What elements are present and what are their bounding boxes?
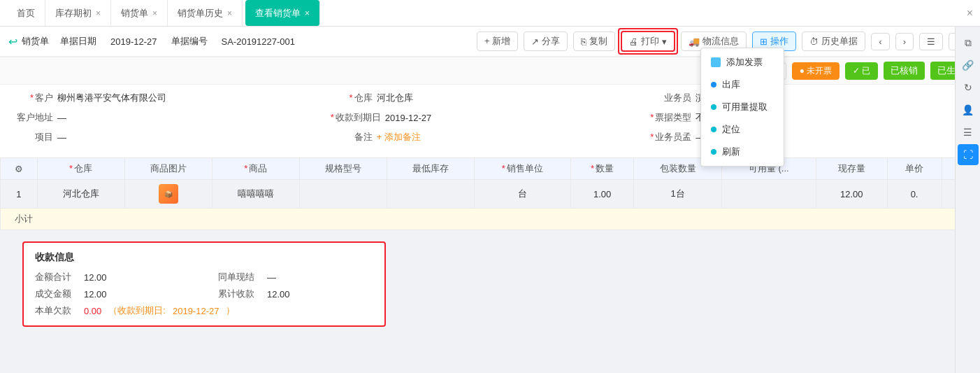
product-image: 📦 <box>159 184 178 204</box>
sidebar-user-icon[interactable]: 👤 <box>958 99 979 120</box>
refresh-icon <box>711 149 716 155</box>
cumulative-label: 累计收款 <box>218 288 260 300</box>
new-button[interactable]: + 新增 <box>477 31 518 51</box>
due-date-suffix: ） <box>226 304 235 317</box>
next-record-button[interactable]: › <box>895 33 914 50</box>
dropdown-locate[interactable]: 定位 <box>701 118 784 141</box>
close-inventory-tab[interactable]: × <box>96 8 101 18</box>
close-sales-tab[interactable]: × <box>152 8 157 18</box>
table-row: 1 河北仓库 📦 嘻嘻嘻嘻 台 1.00 1台 12.00 0. <box>1 180 980 209</box>
dropdown-available-qty[interactable]: 可用量提取 <box>701 96 784 118</box>
transaction-value: 12.00 <box>84 289 107 300</box>
locate-icon <box>711 127 716 132</box>
dropdown-outbound[interactable]: 出库 <box>701 73 784 96</box>
sidebar-list-icon[interactable]: ☰ <box>958 122 979 143</box>
staff-label: 业务员 <box>649 92 691 104</box>
dropdown-refresh[interactable]: 刷新 <box>701 141 784 163</box>
settings-icon: ⚙ <box>15 164 23 174</box>
sidebar-refresh-icon[interactable]: ↻ <box>958 77 979 98</box>
grid-icon: ⊞ <box>760 36 768 47</box>
table-header-row: ⚙ 仓库 商品图片 商品 规格型号 最低库存 销售单位 数量 包装数量 可用量 … <box>1 158 980 180</box>
history-icon: ⏱ <box>809 36 819 47</box>
row-min-stock <box>387 180 474 209</box>
product-table: ⚙ 仓库 商品图片 商品 规格型号 最低库存 销售单位 数量 包装数量 可用量 … <box>0 157 980 230</box>
row-product-img: 📦 <box>124 180 212 209</box>
payment-title: 收款信息 <box>35 251 373 264</box>
col-current-stock: 现存量 <box>816 158 888 180</box>
print-button[interactable]: 🖨 打印 ▾ <box>621 31 675 52</box>
window-close-button[interactable]: × <box>967 7 973 20</box>
sidebar-expand-icon[interactable]: ⛶ <box>958 144 979 165</box>
subtotal-row: 小计 <box>1 209 980 230</box>
close-view-sales-tab[interactable]: × <box>305 8 310 18</box>
document-header: ↩ 销货单 单据日期 2019-12-27 单据编号 SA-20191227-0… <box>0 27 980 57</box>
note-field: 备注 + 添加备注 <box>331 131 650 143</box>
salesperson-label: 业务员孟 <box>649 131 691 143</box>
tab-view-sales[interactable]: 查看销货单 × <box>245 0 320 26</box>
customer-value: 柳州粤港平安气体有限公司 <box>57 92 166 104</box>
date-label: 单据日期 <box>60 35 96 48</box>
row-num: 1 <box>1 180 38 209</box>
number-label: 单据编号 <box>171 35 208 48</box>
address-label: 客户地址 <box>11 111 53 124</box>
payment-owe-row: 本单欠款 0.00 （收款到期日: 2019-12-27 ） <box>35 304 373 317</box>
table-action-bar: 📱 来自手机 ● 未开票 ✓ 已 已核销 已生效 <box>0 57 980 85</box>
dropdown-arrow-icon: ▾ <box>662 36 667 47</box>
operations-dropdown: 添加发票 出库 可用量提取 定位 刷新 <box>700 48 784 167</box>
warehouse-label: 仓库 <box>331 92 373 104</box>
print-icon: 🖨 <box>629 36 638 47</box>
owe-label: 本单欠款 <box>35 304 77 317</box>
share-button[interactable]: ↗ 分享 <box>524 31 568 51</box>
copy-button[interactable]: ⎘ 复制 <box>573 31 615 51</box>
project-value: — <box>57 132 141 143</box>
prev-record-button[interactable]: ‹ <box>871 33 889 50</box>
row-spec <box>299 180 387 209</box>
confirm-button[interactable]: ✓ 已 <box>845 62 878 80</box>
not-open-button[interactable]: ● 未开票 <box>792 62 840 80</box>
payment-grid: 金额合计 12.00 同单现结 — 成交金额 12.00 累计收款 12.00 <box>35 271 373 317</box>
form-row-3: 项目 — 备注 + 添加备注 业务员孟 — <box>11 131 969 143</box>
same-order-label: 同单现结 <box>218 271 260 283</box>
payment-date-field: 收款到期日 2019-12-27 <box>331 111 650 124</box>
outbound-icon <box>711 82 716 87</box>
refresh-label: 刷新 <box>722 146 740 158</box>
row-unit-price: 0. <box>887 180 942 209</box>
document-meta: 单据日期 2019-12-27 单据编号 SA-20191227-001 <box>60 35 295 48</box>
form-area: 客户 柳州粤港平安气体有限公司 仓库 河北仓库 业务员 演示账号 客户地址 — … <box>0 85 980 157</box>
owe-value: 0.00 <box>84 306 101 316</box>
sidebar-link-icon[interactable]: 🔗 <box>958 55 979 76</box>
same-order-value: — <box>267 272 276 283</box>
page-container: 首页 库存期初 × 销货单 × 销货单历史 × 查看销货单 × × ↩ 销货单 … <box>0 0 980 373</box>
salesperson-field: 业务员孟 — <box>649 131 969 143</box>
tab-sales-order[interactable]: 销货单 × <box>111 0 168 26</box>
available-qty-label: 可用量提取 <box>722 101 768 113</box>
history-button[interactable]: ⏱ 历史单据 <box>802 31 865 51</box>
row-warehouse: 河北仓库 <box>37 180 124 209</box>
doc-type-label: 销货单 <box>22 35 49 48</box>
col-product: 商品 <box>212 158 299 180</box>
locate-label: 定位 <box>722 123 740 136</box>
due-date-value: 2019-12-27 <box>173 306 219 316</box>
col-unit-price: 单价 <box>887 158 942 180</box>
row-sales-unit: 台 <box>474 180 570 209</box>
col-min-stock: 最低库存 <box>387 158 474 180</box>
add-note-button[interactable]: + 添加备注 <box>377 131 421 143</box>
tab-sales-history[interactable]: 销货单历史 × <box>168 0 243 26</box>
payment-same-order-row: 同单现结 — <box>218 271 373 283</box>
add-invoice-icon <box>711 57 721 67</box>
close-history-tab[interactable]: × <box>227 8 232 18</box>
list-view-button[interactable]: ☰ <box>919 33 943 50</box>
note-label: 备注 <box>331 131 373 143</box>
dropdown-add-invoice[interactable]: 添加发票 <box>701 51 784 73</box>
check-icon: ✓ <box>853 66 860 76</box>
sidebar-copy-icon[interactable]: ⧉ <box>958 32 979 53</box>
total-value: 12.00 <box>84 272 107 283</box>
tab-inventory-init[interactable]: 库存期初 × <box>45 0 111 26</box>
form-row-2: 客户地址 — 收款到期日 2019-12-27 票据类型 不开票 <box>11 111 969 124</box>
payment-total-row: 金额合计 12.00 <box>35 271 190 283</box>
sold-button[interactable]: 已核销 <box>884 62 925 80</box>
tab-home[interactable]: 首页 <box>7 0 45 26</box>
row-product: 嘻嘻嘻嘻 <box>212 180 299 209</box>
doc-type-icon: ↩ <box>8 35 17 48</box>
col-settings[interactable]: ⚙ <box>1 158 38 180</box>
